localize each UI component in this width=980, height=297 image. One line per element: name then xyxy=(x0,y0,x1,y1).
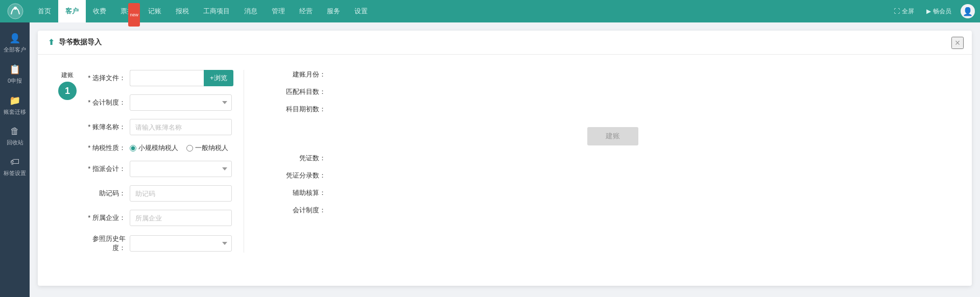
voucher-count-label: 凭证数： xyxy=(275,154,326,163)
nav-item-settings[interactable]: 设置 xyxy=(347,0,375,22)
match-subjects-row: 匹配科目数： xyxy=(275,87,951,96)
memo-code-input[interactable] xyxy=(130,185,232,202)
vip-button[interactable]: ▶ 畅会员 xyxy=(923,5,954,18)
voucher-records-label: 凭证分录数： xyxy=(275,171,326,180)
accounting-system-info-label: 会计制度： xyxy=(275,206,326,215)
step-indicator: 1 xyxy=(58,82,77,100)
nav-item-messages[interactable]: 消息 xyxy=(237,0,265,22)
sidebar-item-all-clients[interactable]: 👤 全部客户 xyxy=(0,28,30,59)
history-year-row: 参照历史年度： xyxy=(85,234,233,253)
ledger-name-input[interactable] xyxy=(130,119,232,135)
svg-point-0 xyxy=(8,4,23,19)
accounting-system-label: * 会计制度： xyxy=(85,98,126,107)
assign-accountant-select[interactable] xyxy=(130,161,232,177)
top-nav: 首页 客户 收费 票据 new 记账 报税 工商项目 消息 管理 经营 服务 设… xyxy=(0,0,980,22)
build-account-button[interactable]: 建账 xyxy=(587,127,638,145)
file-input-wrapper: +浏览 xyxy=(130,70,233,86)
sidebar-item-tag-settings[interactable]: 🏷 标签设置 xyxy=(0,152,30,182)
nav-item-operations[interactable]: 经营 xyxy=(292,0,320,22)
account-migrate-icon: 📁 xyxy=(9,95,20,106)
ledger-name-row: * 账簿名称： xyxy=(85,119,233,135)
accounting-system-info-row: 会计制度： xyxy=(275,206,951,215)
nav-item-fees[interactable]: 收费 xyxy=(86,0,113,22)
form-left: * 选择文件： +浏览 * 会计制度： xyxy=(85,70,233,253)
sidebar-item-recycle[interactable]: 🗑 回收站 xyxy=(0,121,30,152)
memo-code-label: 助记码： xyxy=(85,189,126,198)
tax-small-radio[interactable] xyxy=(130,145,136,152)
build-month-row: 建账月份： xyxy=(275,70,951,79)
ledger-name-label: * 账簿名称： xyxy=(85,122,126,132)
voucher-records-row: 凭证分录数： xyxy=(275,171,951,180)
import-icon: ⬆ xyxy=(48,38,55,47)
avatar[interactable]: 👤 xyxy=(961,4,975,18)
vip-icon: ▶ xyxy=(926,8,931,15)
company-label: * 所属企业： xyxy=(85,213,126,222)
build-btn-wrapper: 建账 xyxy=(275,127,951,145)
all-clients-icon: 👤 xyxy=(9,33,20,44)
zero-declare-icon: 📋 xyxy=(9,64,20,75)
build-account-step-label: 建账 xyxy=(61,71,74,80)
tax-type-label: * 纳税性质： xyxy=(85,143,126,153)
company-row: * 所属企业： xyxy=(85,210,233,226)
fullscreen-icon: ⛶ xyxy=(894,8,900,15)
tax-type-radio-group: 小规模纳税人 一般纳税人 xyxy=(130,143,228,153)
form-right: 建账月份： 匹配科目数： 科目期初数： 建账 xyxy=(254,70,951,253)
nav-item-bookkeeping[interactable]: 记账 xyxy=(141,0,169,22)
sidebar: 👤 全部客户 📋 0申报 📁 账套迁移 🗑 回收站 🏷 标签设置 xyxy=(0,22,30,297)
nav-item-services[interactable]: 服务 xyxy=(320,0,347,22)
auxiliary-label: 辅助核算： xyxy=(275,188,326,197)
voucher-count-row: 凭证数： xyxy=(275,154,951,163)
sidebar-item-zero-declare[interactable]: 📋 0申报 xyxy=(0,59,30,90)
new-badge: new xyxy=(128,3,140,27)
logo xyxy=(5,1,26,21)
main-content: ⬆ 导爷数据导入 × 建账 1 * 选择文件： +浏览 xyxy=(30,22,980,297)
file-row: * 选择文件： +浏览 xyxy=(85,70,233,86)
fullscreen-button[interactable]: ⛶ 全屏 xyxy=(891,5,917,18)
file-text-input[interactable] xyxy=(130,70,204,86)
form-area: 建账 1 * 选择文件： +浏览 * 会计制度： xyxy=(38,55,972,268)
info-section: 建账月份： 匹配科目数： 科目期初数： 建账 xyxy=(275,70,951,253)
company-input[interactable] xyxy=(130,210,232,226)
build-month-label: 建账月份： xyxy=(275,70,326,79)
accounting-system-select[interactable] xyxy=(130,94,232,111)
nav-item-invoices[interactable]: 票据 new xyxy=(113,0,141,22)
close-button[interactable]: × xyxy=(951,37,964,49)
nav-item-clients[interactable]: 客户 xyxy=(58,0,86,22)
import-panel: ⬆ 导爷数据导入 × 建账 1 * 选择文件： +浏览 xyxy=(38,31,972,286)
recycle-icon: 🗑 xyxy=(10,126,19,137)
sidebar-item-account-migrate[interactable]: 📁 账套迁移 xyxy=(0,90,30,121)
tax-small-label[interactable]: 小规模纳税人 xyxy=(130,143,178,153)
file-label: * 选择文件： xyxy=(85,73,126,83)
tag-settings-icon: 🏷 xyxy=(10,157,19,167)
nav-item-home[interactable]: 首页 xyxy=(31,0,58,22)
nav-item-business[interactable]: 工商项目 xyxy=(196,0,237,22)
tax-type-row: * 纳税性质： 小规模纳税人 一般纳税人 xyxy=(85,143,233,153)
nav-item-manage[interactable]: 管理 xyxy=(265,0,292,22)
tax-general-radio[interactable] xyxy=(186,145,193,152)
nav-item-tax[interactable]: 报税 xyxy=(169,0,196,22)
vertical-divider xyxy=(244,70,244,253)
assign-accountant-row: * 指派会计： xyxy=(85,161,233,177)
nav-menu: 首页 客户 收费 票据 new 记账 报税 工商项目 消息 管理 经营 服务 设… xyxy=(31,0,891,22)
history-year-select[interactable] xyxy=(130,235,232,252)
tax-general-label[interactable]: 一般纳税人 xyxy=(186,143,228,153)
assign-accountant-label: * 指派会计： xyxy=(85,164,126,174)
panel-header: ⬆ 导爷数据导入 xyxy=(38,31,972,55)
memo-code-row: 助记码： xyxy=(85,185,233,202)
subject-initial-label: 科目期初数： xyxy=(275,105,326,114)
match-subjects-label: 匹配科目数： xyxy=(275,87,326,96)
nav-right: ⛶ 全屏 ▶ 畅会员 👤 xyxy=(891,4,975,18)
subject-initial-row: 科目期初数： xyxy=(275,105,951,114)
accounting-system-row: * 会计制度： xyxy=(85,94,233,111)
svg-point-1 xyxy=(14,7,17,10)
auxiliary-row: 辅助核算： xyxy=(275,188,951,197)
browse-button[interactable]: +浏览 xyxy=(204,70,233,86)
panel-title: 导爷数据导入 xyxy=(59,38,102,47)
history-year-label: 参照历史年度： xyxy=(85,234,126,253)
